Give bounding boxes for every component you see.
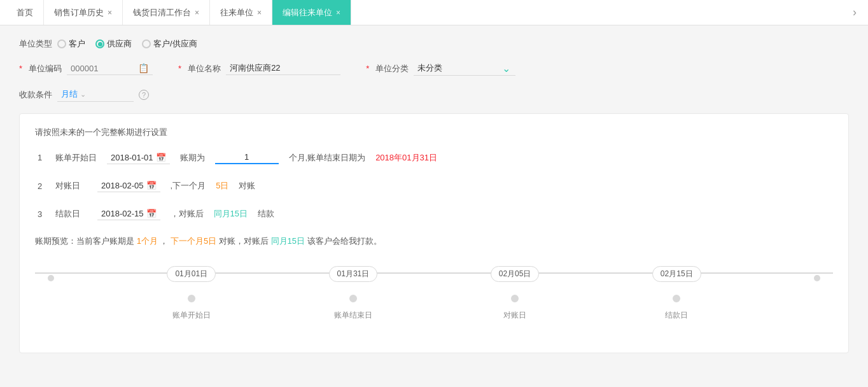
period-date-1-value: 2018-01-01 bbox=[111, 153, 153, 162]
period-hint-1b: 个月,账单结束日期为 bbox=[289, 152, 366, 164]
period-hint-3-highlight: 同月15日 bbox=[214, 208, 248, 220]
tab-sales-order-history[interactable]: 销售订单历史 × bbox=[44, 0, 123, 25]
tab-home-label: 首页 bbox=[17, 7, 33, 18]
period-num-3: 3 bbox=[38, 209, 45, 219]
payment-terms-value: 月结 bbox=[61, 88, 78, 100]
payment-terms-select[interactable]: 月结 ⌄ bbox=[57, 87, 134, 102]
timeline-dot-4 bbox=[673, 295, 680, 302]
tab-cash-workbench[interactable]: 钱货日清工作台 × bbox=[123, 0, 210, 25]
tab-cash-workbench-close[interactable]: × bbox=[195, 8, 199, 17]
timeline-container: 01月01日 账单开始日 01月31日 账单结束日 02月05日 对账日 02月… bbox=[35, 260, 833, 340]
unit-code-group: * 单位编码 📋 bbox=[19, 62, 153, 75]
unit-code-required: * bbox=[19, 64, 22, 73]
help-icon[interactable]: ? bbox=[139, 90, 149, 100]
payment-terms-chevron: ⌄ bbox=[80, 90, 86, 99]
tab-edit-counterpart-unit-close[interactable]: × bbox=[336, 8, 340, 17]
unit-name-required: * bbox=[178, 64, 181, 73]
timeline-label-3: 对账日 bbox=[503, 310, 526, 321]
timeline-label-4: 结款日 bbox=[665, 310, 688, 321]
radio-customer[interactable]: 客户 bbox=[57, 38, 85, 50]
timeline-point-2: 01月31日 账单结束日 bbox=[329, 266, 378, 321]
unit-code-input[interactable] bbox=[71, 64, 134, 73]
radio-customer-supplier[interactable]: 客户/供应商 bbox=[142, 38, 197, 50]
period-date-3-value: 2018-02-15 bbox=[101, 209, 144, 218]
period-label-1: 账单开始日 bbox=[55, 152, 97, 164]
unit-category-chevron: ⌄ bbox=[502, 62, 510, 74]
copy-icon[interactable]: 📋 bbox=[138, 63, 149, 73]
unit-category-label: 单位分类 bbox=[375, 63, 409, 74]
unit-category-select[interactable]: 未分类 ⌄ bbox=[414, 61, 515, 76]
preview-label: 账期预览：当前客户账期是 bbox=[35, 236, 134, 246]
timeline-dot-2 bbox=[349, 295, 357, 302]
calendar-icon-3[interactable]: 📅 bbox=[146, 209, 157, 218]
period-hint-1a: 账期为 bbox=[180, 152, 205, 164]
period-label-3: 结款日 bbox=[55, 208, 87, 220]
period-row-3: 3 结款日 2018-02-15 📅 ，对账后 同月15日 结款 bbox=[35, 208, 833, 220]
preview-text: 账期预览：当前客户账期是 1个月 ， 下一个月5日 对账，对账后 同月15日 该… bbox=[35, 236, 833, 247]
timeline-dot-3 bbox=[511, 295, 519, 302]
period-row-1: 1 账单开始日 2018-01-01 📅 账期为 个月,账单结束日期为 2018… bbox=[35, 151, 833, 164]
tab-home[interactable]: 首页 bbox=[6, 0, 44, 25]
timeline-badge-2: 01月31日 bbox=[329, 266, 378, 282]
timeline-label-1: 账单开始日 bbox=[172, 310, 211, 321]
period-date-1[interactable]: 2018-01-01 📅 bbox=[107, 151, 170, 164]
preview-part2: 下一个月5日 bbox=[171, 236, 216, 246]
calendar-icon-1[interactable]: 📅 bbox=[156, 153, 166, 162]
preview-sep1: ， bbox=[160, 236, 168, 246]
tab-counterpart-units-label: 往来单位 bbox=[220, 7, 253, 18]
unit-details-row: * 单位编码 📋 * 单位名称 * 单位分类 未分类 ⌄ bbox=[19, 61, 849, 76]
unit-code-input-wrapper: 📋 bbox=[67, 62, 153, 75]
radio-supplier[interactable]: 供应商 bbox=[95, 38, 132, 50]
preview-part3: 同月15日 bbox=[271, 236, 305, 246]
tab-sales-order-history-label: 销售订单历史 bbox=[54, 7, 104, 18]
tab-edit-counterpart-unit[interactable]: 编辑往来单位 × bbox=[272, 0, 351, 25]
payment-terms-group: 收款条件 月结 ⌄ ? bbox=[19, 87, 149, 102]
tabs-more-button[interactable]: › bbox=[848, 6, 862, 19]
period-date-2[interactable]: 2018-02-05 📅 bbox=[97, 179, 160, 192]
timeline-dot-1 bbox=[188, 295, 195, 302]
timeline-badge-3: 02月05日 bbox=[491, 266, 540, 282]
tab-sales-order-history-close[interactable]: × bbox=[108, 8, 112, 17]
radio-customer-circle bbox=[57, 39, 66, 48]
tabs-bar: 首页 销售订单历史 × 钱货日清工作台 × 往来单位 × 编辑往来单位 × › bbox=[0, 0, 868, 25]
tab-cash-workbench-label: 钱货日清工作台 bbox=[133, 7, 191, 18]
period-hint-3a: ，对账后 bbox=[171, 208, 204, 220]
unit-category-value: 未分类 bbox=[417, 62, 442, 74]
unit-category-required: * bbox=[366, 64, 369, 73]
radio-customer-supplier-circle bbox=[142, 39, 151, 48]
unit-name-input[interactable] bbox=[226, 62, 340, 75]
period-card: 请按照未来的一个完整帐期进行设置 1 账单开始日 2018-01-01 📅 账期… bbox=[19, 113, 849, 353]
preview-sep2: 对账，对账后 bbox=[219, 236, 269, 246]
unit-category-group: * 单位分类 未分类 ⌄ bbox=[366, 61, 515, 76]
timeline-point-1: 01月01日 账单开始日 bbox=[167, 266, 216, 321]
unit-type-label: 单位类型 bbox=[19, 38, 52, 50]
radio-group-unit-type: 客户 供应商 客户/供应商 bbox=[57, 38, 197, 50]
radio-supplier-circle bbox=[95, 39, 104, 48]
period-date-2-value: 2018-02-05 bbox=[101, 181, 144, 190]
tab-counterpart-units[interactable]: 往来单位 × bbox=[210, 0, 272, 25]
main-content: 单位类型 客户 供应商 客户/供应商 * 单位编码 bbox=[0, 25, 868, 387]
timeline-points: 01月01日 账单开始日 01月31日 账单结束日 02月05日 对账日 02月… bbox=[48, 266, 820, 321]
period-label-2: 对账日 bbox=[55, 180, 87, 192]
period-hint-2a: ,下一个月 bbox=[171, 180, 206, 192]
calendar-icon-2[interactable]: 📅 bbox=[146, 181, 157, 190]
tab-counterpart-units-close[interactable]: × bbox=[257, 8, 262, 17]
unit-name-label: 单位名称 bbox=[188, 63, 221, 74]
timeline-point-3: 02月05日 对账日 bbox=[491, 266, 540, 321]
period-hint-3b: 结款 bbox=[258, 208, 274, 220]
period-num-1: 1 bbox=[38, 153, 45, 162]
period-date-3[interactable]: 2018-02-15 📅 bbox=[97, 208, 160, 220]
timeline-end-dot bbox=[814, 275, 820, 281]
radio-customer-label: 客户 bbox=[69, 38, 85, 50]
period-months-input[interactable] bbox=[215, 151, 279, 164]
timeline-badge-1: 01月01日 bbox=[167, 266, 216, 282]
period-hint-2b: 对账 bbox=[239, 180, 255, 192]
unit-type-group: 单位类型 客户 供应商 客户/供应商 bbox=[19, 38, 197, 50]
timeline-label-2: 账单结束日 bbox=[334, 310, 372, 321]
timeline-point-4: 02月15日 结款日 bbox=[652, 266, 701, 321]
timeline-badge-4: 02月15日 bbox=[652, 266, 701, 282]
unit-code-label: 单位编码 bbox=[29, 63, 62, 74]
radio-supplier-label: 供应商 bbox=[107, 38, 132, 50]
payment-terms-row: 收款条件 月结 ⌄ ? bbox=[19, 87, 849, 102]
tab-edit-counterpart-unit-label: 编辑往来单位 bbox=[283, 7, 332, 18]
